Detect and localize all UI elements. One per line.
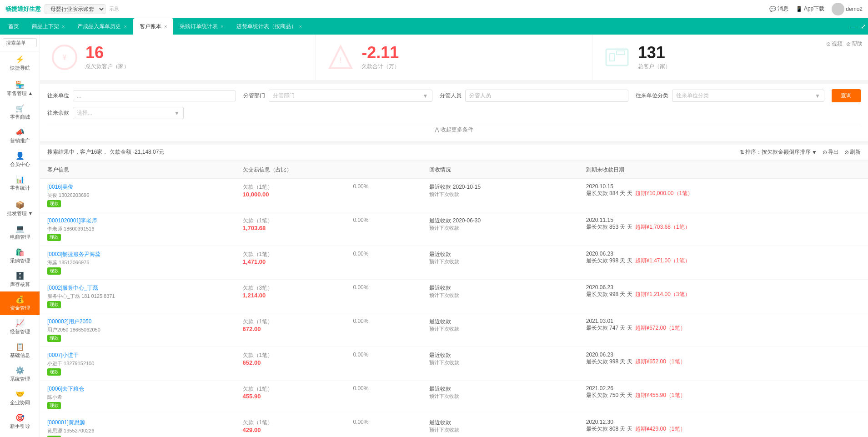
debt-pct-7: 0.00%	[353, 419, 368, 425]
help-btn[interactable]: ⊘ 帮助	[846, 40, 863, 48]
collapse-bar[interactable]: ⋀ 收起更多条件	[47, 124, 861, 136]
stat-value-2: -2.11	[361, 45, 581, 61]
sidebar-item-retail-mall[interactable]: 🛒 零售商城	[0, 100, 40, 124]
overdue-amount-3[interactable]: 超期¥1,214.00（3笔）	[635, 291, 690, 297]
tab-minimize[interactable]: —	[851, 23, 857, 30]
export-icon: ⊙	[823, 149, 827, 156]
sidebar-item-member[interactable]: 👤 会员中心	[0, 148, 40, 171]
view-btn[interactable]: ⊙ 视频	[826, 40, 843, 48]
debt-label-0: 欠款（1笔）	[243, 183, 335, 191]
tab-purchase-close[interactable]: ×	[221, 24, 223, 29]
cell-debt-4: 欠款（1笔） 672.00	[236, 313, 342, 347]
cell-return-3: 最近收款 预计下次收款	[422, 280, 578, 313]
table-wrap: 客户信息 欠交易信息（占比） 回收情况 到期未收款日期 [0016]吴俊 吴俊 …	[40, 161, 868, 437]
overdue-amount-2[interactable]: 超期¥1,471.00（1笔）	[635, 257, 690, 264]
customer-name-3[interactable]: [0002]服务中心_丁磊	[47, 284, 228, 292]
tab-bar-end: — ⤢	[851, 23, 866, 30]
table-body: [0016]吴俊 吴俊 13026203696 现款 欠款（1笔） 10,000…	[40, 179, 868, 437]
avatar-img	[832, 3, 844, 15]
customer-name-7[interactable]: [000001]黄思源	[47, 419, 228, 427]
return-info-5: 最近收款 预计下次收款	[429, 352, 571, 366]
sidebar-item-basic[interactable]: 📋 基础信息	[0, 339, 40, 362]
customer-name-1[interactable]: [0001020001]李老师	[47, 217, 228, 225]
tab-incoming-close[interactable]: ×	[299, 24, 302, 29]
filter-unit-input[interactable]: ...	[73, 90, 236, 101]
tab-expand[interactable]: ⤢	[861, 23, 866, 30]
customer-tag-2: 现款	[47, 267, 61, 275]
sidebar-search-input[interactable]	[3, 38, 37, 47]
refresh-icon: ⊘	[844, 149, 849, 156]
stat-card-3: 131 总客户（家） ⊙ 视频 ⊘ 帮助	[592, 35, 868, 80]
cell-customer-4: [000002]用户2050 用户2050 18665062050 现款	[40, 313, 236, 347]
enterprise-icon: 🤝	[0, 390, 40, 398]
sidebar-item-newbie[interactable]: 🎯 新手引导	[0, 410, 40, 433]
tab-goods[interactable]: 商品上下架 ×	[25, 18, 71, 35]
overdue-amount-7[interactable]: 超期¥429.00（1笔）	[635, 426, 685, 432]
filter-class-select[interactable]: 往来单位分类 ▼	[672, 90, 824, 102]
sidebar-item-batch[interactable]: 📦 批发管理 ▼	[0, 197, 40, 221]
overdue-amount-6[interactable]: 超期¥455.90（1笔）	[635, 392, 685, 398]
filter-dept-placeholder: 分管部门	[273, 92, 295, 100]
sidebar-item-marketing[interactable]: 📣 营销推广	[0, 124, 40, 148]
tab-customer-close[interactable]: ×	[164, 24, 167, 29]
cell-return-4: 最近收款 预计下次收款	[422, 313, 578, 347]
sidebar-item-retail-stats[interactable]: 📊 零售统计	[0, 171, 40, 195]
query-button[interactable]: 查询	[832, 89, 861, 102]
sidebar-item-sys[interactable]: ⚙️ 系统管理	[0, 362, 40, 386]
tab-home[interactable]: 首页	[2, 18, 25, 35]
cell-debt-5: 欠款（1笔） 652.00	[236, 347, 342, 381]
last-collect-2: 最近收款	[429, 251, 571, 258]
cell-customer-3: [0002]服务中心_丁磊 服务中心_丁磊 181 0125 8371 现款	[40, 280, 236, 313]
debt-label-3: 欠款（3笔）	[243, 284, 335, 292]
top-bar: 畅捷通好生意 母婴行业演示账套 示意 💬 消息 📱 App下载 demo2	[0, 0, 868, 18]
user-avatar[interactable]: demo2	[832, 3, 863, 15]
customer-name-5[interactable]: [0007]小进干	[47, 352, 228, 359]
customer-phone-0: 吴俊 13026203696	[47, 192, 228, 199]
sidebar-item-biz[interactable]: 📈 经营管理	[0, 315, 40, 339]
sidebar-item-purchase[interactable]: 🛍️ 采购管理	[0, 244, 40, 268]
customer-name-6[interactable]: [0006]去下粮仓	[47, 385, 228, 393]
sidebar-item-finance[interactable]: 💰 资金管理	[0, 291, 40, 315]
cell-due-0: 2020.10.15 最长欠款 884 天 天 超期¥10,000.00（1笔）	[579, 179, 868, 212]
sort-text: 排序：按欠款金额倒序排序	[745, 148, 811, 156]
overdue-amount-5[interactable]: 超期¥652.00（1笔）	[635, 358, 685, 365]
overdue-amount-1[interactable]: 超期¥1,703.68（1笔）	[635, 224, 690, 230]
customer-name-2[interactable]: [0003]畅捷服务尹海蕊	[47, 251, 228, 258]
tab-purchase[interactable]: 采购订单统计表 ×	[173, 18, 230, 35]
sidebar-item-enterprise[interactable]: 🤝 企业协同	[0, 386, 40, 410]
sort-label[interactable]: ⇅ 排序：按欠款金额倒序排序 ▼	[740, 148, 817, 156]
tab-produce-close[interactable]: ×	[124, 24, 126, 29]
cell-debt-2: 欠款（1笔） 1,471.00	[236, 246, 342, 280]
tab-goods-close[interactable]: ×	[62, 24, 65, 29]
tab-customer[interactable]: 客户账本 ×	[133, 18, 173, 35]
sidebar-item-ecommerce[interactable]: 💻 电商管理	[0, 221, 40, 244]
sidebar-item-shortcut[interactable]: ⚡ 快捷导航	[0, 51, 40, 75]
last-collect-1: 最近收款 2020-06-30	[429, 217, 571, 225]
filter-balance-select[interactable]: 选择... ▼	[73, 107, 184, 119]
sidebar-item-inventory[interactable]: 🗄️ 库存核算	[0, 268, 40, 291]
overdue-amount-4[interactable]: 超期¥672.00（1笔）	[635, 325, 685, 331]
filter-person-input[interactable]: 分管人员	[465, 90, 628, 102]
overdue-days-1: 最长欠款 853 天 天	[586, 224, 634, 230]
tab-produce[interactable]: 产成品入库单历史 ×	[71, 18, 133, 35]
export-btn[interactable]: ⊙ 导出	[823, 148, 839, 156]
cell-due-6: 2021.02.26 最长欠款 750 天 天 超期¥455.90（1笔）	[579, 381, 868, 414]
filter-dept-select[interactable]: 分管部门 ▼	[269, 90, 432, 102]
next-collect-4: 预计下次收款	[429, 326, 571, 332]
overdue-days-4: 最长欠款 747 天 天	[586, 325, 634, 331]
app-download-btn[interactable]: 📱 App下载	[796, 5, 824, 13]
refresh-btn[interactable]: ⊘ 刷新	[844, 148, 861, 156]
return-info-6: 最近收款 预计下次收款	[429, 385, 571, 400]
stats-bar: ¥ 16 总欠款客户（家） ! -2.11 欠款合计（万）	[40, 35, 868, 80]
sidebar-item-retail-mgmt[interactable]: 🏪 零售管理 ▲	[0, 77, 40, 100]
customer-name-0[interactable]: [0016]吴俊	[47, 183, 228, 191]
tab-incoming[interactable]: 进货单统计表（按商品） ×	[230, 18, 308, 35]
message-btn[interactable]: 💬 消息	[769, 5, 788, 13]
overdue-amount-0[interactable]: 超期¥10,000.00（1笔）	[635, 190, 693, 196]
sort-icon: ⇅	[740, 149, 744, 156]
cell-due-3: 2020.06.23 最长欠款 998 天 天 超期¥1,214.00（3笔）	[579, 280, 868, 313]
sidebar-item-app[interactable]: 📱 应用中心	[0, 433, 40, 437]
due-date-1: 2020.11.15	[586, 217, 861, 223]
company-select[interactable]: 母婴行业演示账套	[45, 4, 105, 14]
customer-name-4[interactable]: [000002]用户2050	[47, 318, 228, 326]
